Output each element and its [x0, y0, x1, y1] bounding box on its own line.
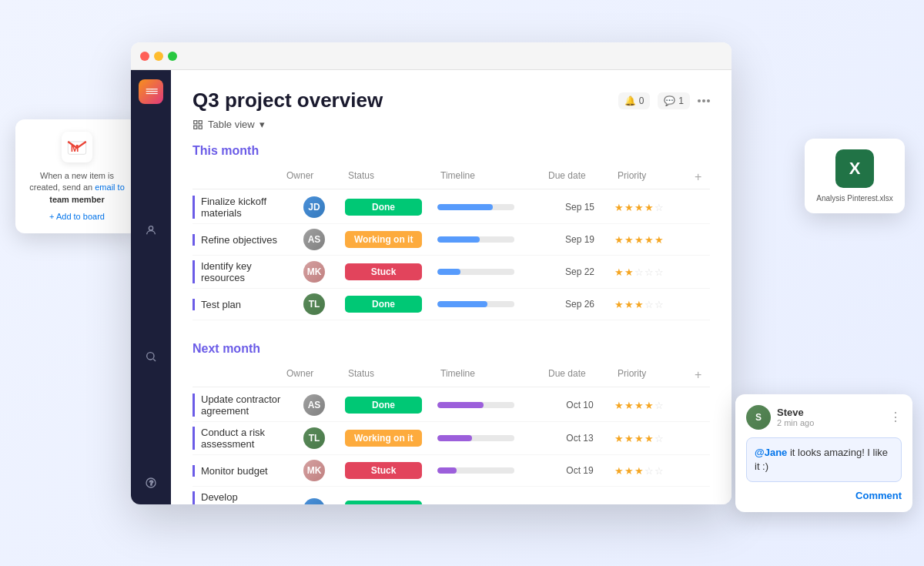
timeline-fill [437, 269, 460, 275]
comment-body: @Jane it looks amazing! I like it :) [746, 437, 902, 482]
table-row[interactable]: Finalize kickoff materials JD Done Sep 1… [192, 191, 710, 224]
avatar: MK [303, 460, 325, 481]
task-due-date: Oct 13 [545, 433, 614, 444]
star-3: ★ [634, 202, 644, 213]
task-status: Done [345, 397, 437, 414]
table-row[interactable]: Conduct a risk assessment TL Working on … [192, 422, 710, 455]
sidebar-item-help[interactable]: ? [139, 471, 163, 495]
view-toggle[interactable]: Table view ▾ [192, 119, 710, 130]
col-status-next: Status [345, 368, 437, 382]
gmail-card: M When a new item is created, send an em… [15, 119, 139, 233]
timeline-bar [437, 269, 514, 275]
task-due-date: Oct 22 [545, 504, 614, 505]
timeline-fill [437, 435, 472, 441]
task-status: Working on it [345, 430, 437, 447]
svg-rect-7 [194, 120, 197, 123]
table-row[interactable]: Monitor budget MK Stuck Oct 19 ★★★☆☆ [192, 455, 710, 487]
task-name: Refine objectives [192, 234, 283, 246]
comment-menu-button[interactable]: ⋮ [889, 410, 902, 424]
timeline-fill [437, 301, 487, 307]
star-3: ★ [634, 433, 644, 444]
more-options-button[interactable] [698, 99, 710, 102]
star-3: ★ [634, 465, 644, 477]
browser-window: ≡≡ ? Q3 project overview [131, 42, 732, 504]
task-name: Finalize kickoff materials [192, 196, 283, 219]
comment-button[interactable]: Comment [746, 490, 902, 501]
browser-titlebar [131, 42, 732, 70]
task-timeline [437, 269, 545, 275]
task-owner: TL [283, 293, 345, 315]
task-timeline [437, 467, 545, 474]
add-column-btn[interactable]: + [691, 170, 710, 184]
comments-count[interactable]: 💬 1 [658, 92, 690, 109]
close-button[interactable] [140, 52, 149, 61]
task-status: Done [345, 501, 437, 505]
view-label: Table view [208, 119, 255, 130]
sidebar: ≡≡ ? [131, 70, 171, 504]
star-5: ☆ [654, 400, 664, 411]
table-row[interactable]: Test plan TL Done Sep 26 ★★★☆☆ [192, 289, 710, 320]
avatar: AS [303, 229, 325, 250]
star-1: ★ [614, 503, 624, 504]
add-column-btn-next[interactable]: + [691, 368, 710, 382]
task-due-date: Sep 15 [545, 202, 614, 213]
table-row[interactable]: Refine objectives AS Working on it Sep 1… [192, 224, 710, 256]
status-badge: Working on it [345, 430, 422, 447]
maximize-button[interactable] [168, 52, 177, 61]
col-status: Status [345, 170, 437, 184]
svg-point-2 [149, 226, 152, 230]
task-name: Monitor budget [192, 465, 283, 477]
task-name: Develop communication plan [192, 491, 283, 504]
minimize-button[interactable] [154, 52, 163, 61]
table-header-next-month: Owner Status Timeline Due date Priority … [192, 363, 710, 387]
comment-user: S Steve 2 min ago [746, 405, 814, 430]
timeline-fill [437, 402, 484, 408]
comment-icon: 💬 [664, 95, 675, 106]
avatar: TL [303, 293, 325, 315]
comment-header: S Steve 2 min ago ⋮ [746, 405, 902, 430]
gmail-add-button[interactable]: + Add to board [28, 212, 126, 221]
avatar: AS [303, 394, 325, 416]
col-owner-next: Owner [283, 368, 345, 382]
star-5: ☆ [654, 503, 664, 504]
page-title: Q3 project overview [192, 89, 383, 112]
timeline-bar [437, 402, 514, 408]
star-2: ★ [624, 465, 634, 477]
status-badge: Working on it [345, 231, 422, 248]
table-row[interactable]: Update contractor agreement AS Done Oct … [192, 389, 710, 422]
star-5: ☆ [654, 266, 664, 278]
svg-rect-9 [194, 126, 197, 129]
task-due-date: Sep 19 [545, 234, 614, 245]
timeline-fill [437, 236, 480, 243]
svg-rect-8 [199, 120, 202, 123]
task-timeline [437, 236, 545, 243]
task-owner: AS [283, 394, 345, 416]
task-status: Done [345, 199, 437, 216]
gmail-description: When a new item is created, send an emai… [28, 170, 126, 206]
main-content[interactable]: Q3 project overview 🔔 0 💬 1 [171, 70, 732, 504]
star-1: ★ [614, 299, 624, 310]
star-4: ★ [644, 433, 654, 444]
table-row[interactable]: Identify key resources MK Stuck Sep 22 ★… [192, 256, 710, 289]
task-priority: ★★★☆☆ [614, 299, 691, 310]
star-5: ★ [654, 234, 664, 246]
next-month-title: Next month [192, 342, 710, 356]
task-priority: ★★★★★ [614, 234, 691, 246]
reactions-count[interactable]: 🔔 0 [618, 92, 651, 109]
task-owner: AS [283, 229, 345, 250]
reaction-value: 0 [639, 95, 644, 106]
app-logo: ≡≡ [139, 79, 163, 104]
star-2: ★ [624, 503, 634, 504]
star-3: ☆ [634, 266, 644, 278]
star-4: ☆ [644, 266, 654, 278]
star-3: ★ [634, 400, 644, 411]
timeline-bar [437, 467, 514, 474]
comment-mention: @Jane [755, 447, 787, 458]
sidebar-item-users[interactable] [139, 218, 163, 243]
task-priority: ★★★★☆ [614, 202, 691, 213]
col-task [192, 170, 283, 184]
commenter-name: Steve [777, 407, 814, 418]
task-owner: JD [283, 196, 345, 218]
table-row[interactable]: Develop communication plan JD Done Oct 2… [192, 487, 710, 504]
sidebar-item-search[interactable] [139, 344, 163, 369]
